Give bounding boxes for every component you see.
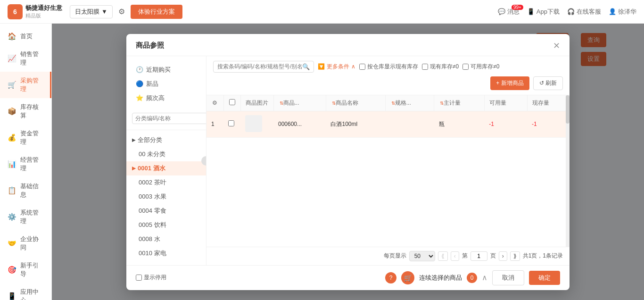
help-icon[interactable]: ? bbox=[385, 272, 396, 283]
frequent-icon: ⭐ bbox=[136, 94, 143, 101]
td-num: 1 bbox=[206, 111, 223, 137]
th-spec: ⇅规格... bbox=[385, 95, 434, 111]
sidebar-item-system[interactable]: ⚙️ 系统管理 bbox=[0, 204, 51, 230]
refresh-button[interactable]: ↺ 刷新 bbox=[533, 76, 563, 90]
checkbox-warehouse-label: 按仓库显示现有库存 bbox=[367, 63, 418, 71]
arrow-liquor-icon: ▶ bbox=[132, 166, 136, 171]
cancel-button[interactable]: 取消 bbox=[492, 270, 524, 285]
show-disabled-checkbox[interactable]: 显示停用 bbox=[136, 274, 166, 282]
checkbox-available-input[interactable] bbox=[462, 64, 469, 70]
category-all[interactable]: ▶ 全部分类 bbox=[126, 133, 206, 147]
checkbox-warehouse-input[interactable] bbox=[359, 64, 365, 70]
sidebar-item-finance[interactable]: 💰 资金管理 bbox=[0, 125, 51, 151]
selected-count-badge: 0 bbox=[467, 273, 477, 283]
collapse-footer-button[interactable]: ∧ bbox=[482, 273, 487, 282]
td-image bbox=[240, 111, 273, 137]
checkbox-stock-nonzero[interactable]: 现有库存≠0 bbox=[422, 63, 459, 71]
modal-close-button[interactable]: ✕ bbox=[553, 41, 560, 51]
category-tea-label: 0002 茶叶 bbox=[139, 178, 166, 187]
table-row[interactable]: 1 000600... 白酒100ml 瓶 bbox=[206, 111, 570, 137]
cart-button[interactable]: 🛒 bbox=[401, 271, 414, 284]
quick-item-new[interactable]: 🔵 新品 bbox=[132, 77, 200, 91]
store-selector[interactable]: 日太阳膜 ▼ bbox=[70, 5, 113, 18]
product-search-icon[interactable]: 🔍 bbox=[302, 63, 310, 70]
sidebar-item-collab[interactable]: 🤝 企业协同 bbox=[0, 230, 51, 257]
category-appliance-label: 0010 家电 bbox=[139, 249, 166, 258]
sidebar-item-management[interactable]: 📊 经营管理 bbox=[0, 151, 51, 177]
category-unclassified[interactable]: 00 未分类 bbox=[126, 147, 206, 161]
category-beverage[interactable]: 0005 饮料 bbox=[126, 218, 206, 232]
modal-toolbar: 🔍 🔽 更多条件 ∧ 按仓库显示现有库存 bbox=[206, 56, 570, 95]
user-icon: 👤 bbox=[609, 8, 616, 15]
sidebar-label-inventory: 库存核算 bbox=[20, 103, 44, 120]
category-snack[interactable]: 0004 零食 bbox=[126, 204, 206, 218]
home-icon: 🏠 bbox=[8, 32, 17, 41]
sidebar-item-sales[interactable]: 📈 销售管理 bbox=[0, 45, 51, 72]
th-settings: ⚙ bbox=[206, 95, 223, 111]
page-input[interactable] bbox=[471, 251, 487, 261]
product-table: ⚙ 商品图片 ⇅商品... ⇅商品名称 bbox=[206, 95, 570, 138]
next-page-button[interactable]: › bbox=[499, 251, 507, 261]
messages-button[interactable]: 💬 消息 99+ bbox=[498, 8, 520, 16]
quick-item-recent[interactable]: 🕐 近期购买 bbox=[132, 63, 200, 77]
page-end-label: 页 bbox=[490, 252, 496, 260]
category-search-input[interactable] bbox=[132, 113, 206, 124]
row-checkbox[interactable] bbox=[228, 120, 234, 126]
total-label: 共1页，1条记录 bbox=[523, 252, 563, 260]
gear-icon[interactable]: ⚙ bbox=[118, 7, 125, 16]
prev-page-button[interactable]: ‹ bbox=[451, 251, 459, 261]
pagination-bar: 每页显示 50 10 20 100 ⟪ ‹ 第 页 bbox=[206, 247, 570, 265]
first-page-button[interactable]: ⟪ bbox=[438, 251, 448, 261]
sidebar-item-inventory[interactable]: 📦 库存核算 bbox=[0, 98, 51, 125]
per-page-label: 每页显示 bbox=[384, 252, 406, 260]
sidebar-item-basic[interactable]: 📋 基础信息 bbox=[0, 177, 51, 204]
sidebar-item-purchase[interactable]: 🛒 采购管理 bbox=[0, 72, 51, 98]
confirm-button[interactable]: 确定 bbox=[529, 271, 560, 285]
category-water[interactable]: 0008 水 bbox=[126, 232, 206, 246]
td-stock: -1 bbox=[527, 111, 570, 137]
frequent-label: 频次高 bbox=[146, 94, 165, 102]
show-disabled-input[interactable] bbox=[136, 275, 142, 281]
per-page-select[interactable]: 50 10 20 100 bbox=[409, 251, 435, 261]
add-product-button[interactable]: + 新增商品 bbox=[490, 76, 529, 90]
category-tea[interactable]: 0002 茶叶 bbox=[126, 175, 206, 190]
chevron-down-icon: ▼ bbox=[101, 8, 107, 15]
app-download-button[interactable]: 📱 App下载 bbox=[527, 8, 560, 16]
sidebar-item-guide[interactable]: 🎯 新手引导 bbox=[0, 257, 51, 283]
scroll-bar[interactable] bbox=[566, 95, 570, 247]
system-icon: ⚙️ bbox=[8, 213, 17, 221]
category-liquor[interactable]: ▶ 0001 酒水 bbox=[126, 161, 206, 175]
th-available: 可用量 bbox=[484, 95, 527, 111]
modal-footer: 显示停用 ? 🛒 连续选择的商品 0 ∧ 取消 确定 bbox=[126, 265, 570, 290]
sidebar-label-sales: 销售管理 bbox=[20, 50, 44, 67]
trial-button[interactable]: 体验行业方案 bbox=[131, 5, 182, 19]
th-image: 商品图片 bbox=[240, 95, 273, 111]
category-appliance[interactable]: 0010 家电 bbox=[126, 246, 206, 260]
last-page-button[interactable]: ⟫ bbox=[510, 251, 520, 261]
filter-label: 更多条件 bbox=[327, 63, 349, 71]
apps-icon: 📱 bbox=[8, 292, 17, 300]
td-spec bbox=[385, 111, 434, 137]
sidebar-item-home[interactable]: 🏠 首页 bbox=[0, 27, 51, 45]
category-fruit[interactable]: 0003 水果 bbox=[126, 190, 206, 204]
modal-right-panel: 🔍 🔽 更多条件 ∧ 按仓库显示现有库存 bbox=[206, 56, 570, 265]
product-search-input[interactable] bbox=[217, 63, 302, 70]
online-service-button[interactable]: 🎧 在线客服 bbox=[567, 8, 601, 16]
user-avatar[interactable]: 👤 徐泽华 bbox=[609, 8, 636, 16]
more-filter-button[interactable]: 🔽 更多条件 ∧ bbox=[318, 63, 355, 71]
th-image-label: 商品图片 bbox=[246, 100, 268, 106]
quick-item-frequent[interactable]: ⭐ 频次高 bbox=[132, 91, 200, 105]
checkbox-available-nonzero[interactable]: 可用库存≠0 bbox=[462, 63, 499, 71]
app-icon: 📱 bbox=[527, 8, 535, 15]
modal-title: 商品参照 bbox=[136, 41, 164, 50]
sidebar-item-apps[interactable]: 📱 应用中心 bbox=[0, 283, 51, 300]
checkbox-warehouse[interactable]: 按仓库显示现有库存 bbox=[359, 63, 418, 71]
category-water-label: 0008 水 bbox=[139, 235, 160, 243]
sidebar-label-home: 首页 bbox=[20, 32, 33, 41]
username: 徐泽华 bbox=[618, 8, 636, 16]
checkbox-stock-input[interactable] bbox=[422, 64, 428, 70]
select-all-checkbox[interactable] bbox=[229, 99, 235, 105]
modal-overlay: 商品参照 ✕ 🕐 近期购买 🔵 bbox=[52, 24, 644, 300]
checkbox-stock-label: 现有库存≠0 bbox=[430, 63, 459, 71]
logo-icon: 6 bbox=[8, 4, 23, 19]
